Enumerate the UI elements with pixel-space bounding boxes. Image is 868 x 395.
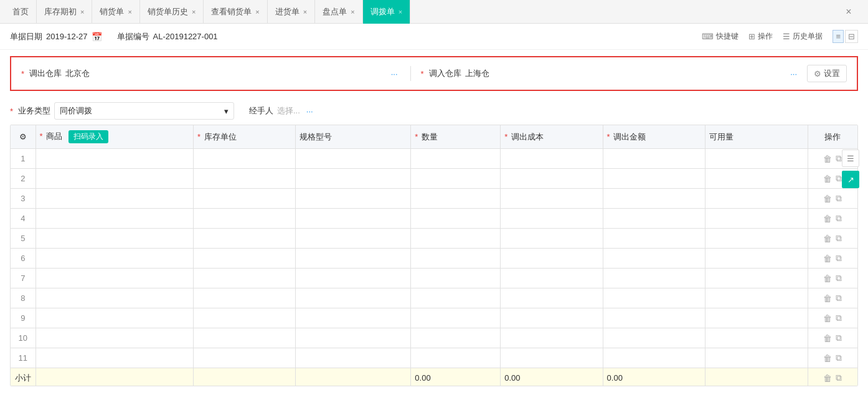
copy-row-icon[interactable]: ⧉ xyxy=(836,173,842,184)
cell-col-amount[interactable] xyxy=(603,189,705,209)
tab-transfer[interactable]: 调拨单 × xyxy=(363,0,410,24)
cell-col-cost[interactable] xyxy=(501,328,603,348)
business-type-select[interactable]: 同价调拨 ▾ xyxy=(54,102,234,120)
cell-col-unit[interactable] xyxy=(193,229,295,249)
cell-col-product[interactable] xyxy=(35,328,193,348)
copy-row-icon[interactable]: ⧉ xyxy=(836,353,842,363)
cell-col-qty[interactable] xyxy=(411,249,501,269)
tab-view-sales[interactable]: 查看销货单 × xyxy=(204,0,267,24)
cell-col-amount[interactable] xyxy=(603,249,705,269)
view-grid-btn[interactable]: ⊟ xyxy=(845,30,858,43)
cell-col-product[interactable] xyxy=(35,249,193,269)
cell-col-qty[interactable] xyxy=(411,169,501,189)
cell-col-cost[interactable] xyxy=(501,269,603,288)
settings-table-icon[interactable]: ⚙ xyxy=(19,132,27,141)
cell-col-avail[interactable] xyxy=(705,308,808,328)
subtotal-copy-icon[interactable]: ⧉ xyxy=(836,373,842,383)
cell-col-spec[interactable] xyxy=(296,149,411,169)
cell-col-avail[interactable] xyxy=(705,249,808,269)
cell-col-spec[interactable] xyxy=(296,308,411,328)
cell-col-product[interactable] xyxy=(35,209,193,229)
delete-row-icon[interactable]: 🗑 xyxy=(823,154,832,164)
delete-row-icon[interactable]: 🗑 xyxy=(823,353,832,363)
cell-col-spec[interactable] xyxy=(296,249,411,269)
cell-col-spec[interactable] xyxy=(296,189,411,209)
cell-col-spec[interactable] xyxy=(296,328,411,348)
copy-row-icon[interactable]: ⧉ xyxy=(836,313,842,323)
cell-col-cost[interactable] xyxy=(501,189,603,209)
cell-col-product[interactable] xyxy=(35,288,193,308)
cell-col-spec[interactable] xyxy=(296,229,411,249)
cell-col-cost[interactable] xyxy=(501,348,603,368)
cell-col-avail[interactable] xyxy=(705,328,808,348)
close-inventory[interactable]: × xyxy=(351,8,354,16)
tab-initial-inventory[interactable]: 库存期初 × xyxy=(37,0,92,24)
copy-row-icon[interactable]: ⧉ xyxy=(836,273,842,283)
cell-col-product[interactable] xyxy=(35,269,193,288)
cell-col-amount[interactable] xyxy=(603,169,705,189)
cell-col-spec[interactable] xyxy=(296,288,411,308)
cell-col-product[interactable] xyxy=(35,169,193,189)
copy-row-icon[interactable]: ⧉ xyxy=(836,253,842,264)
settings-button[interactable]: ⚙ 设置 xyxy=(807,65,847,82)
cell-col-qty[interactable] xyxy=(411,149,501,169)
cell-col-spec[interactable] xyxy=(296,169,411,189)
cell-col-product[interactable] xyxy=(35,348,193,368)
close-initial-inventory[interactable]: × xyxy=(80,8,84,16)
cell-col-cost[interactable] xyxy=(501,308,603,328)
delete-row-icon[interactable]: 🗑 xyxy=(823,214,832,224)
delete-row-icon[interactable]: 🗑 xyxy=(823,234,832,244)
tab-inventory[interactable]: 盘点单 × xyxy=(315,0,362,24)
delete-row-icon[interactable]: 🗑 xyxy=(823,293,832,303)
cell-col-avail[interactable] xyxy=(705,348,808,368)
tab-sales-history[interactable]: 销货单历史 × xyxy=(140,0,204,24)
tab-sales-order[interactable]: 销货单 × xyxy=(92,0,139,24)
tab-home[interactable]: 首页 xyxy=(5,0,37,24)
cell-col-product[interactable] xyxy=(35,229,193,249)
cell-col-qty[interactable] xyxy=(411,189,501,209)
cell-col-amount[interactable] xyxy=(603,288,705,308)
cell-col-spec[interactable] xyxy=(296,209,411,229)
handler-select[interactable]: 选择... xyxy=(277,105,300,117)
delete-row-icon[interactable]: 🗑 xyxy=(823,174,832,184)
shortcut-action[interactable]: ⌨ 快捷键 xyxy=(702,31,738,42)
cell-col-qty[interactable] xyxy=(411,328,501,348)
cell-col-unit[interactable] xyxy=(193,149,295,169)
cell-col-qty[interactable] xyxy=(411,229,501,249)
tab-purchase-order[interactable]: 进货单 × xyxy=(268,0,315,24)
cell-col-amount[interactable] xyxy=(603,269,705,288)
in-warehouse-more-btn[interactable]: ··· xyxy=(788,69,800,79)
cell-col-spec[interactable] xyxy=(296,269,411,288)
cell-col-avail[interactable] xyxy=(705,229,808,249)
cell-col-amount[interactable] xyxy=(603,149,705,169)
cell-col-unit[interactable] xyxy=(193,308,295,328)
cell-col-unit[interactable] xyxy=(193,189,295,209)
cell-col-product[interactable] xyxy=(35,308,193,328)
cell-col-avail[interactable] xyxy=(705,169,808,189)
cell-col-qty[interactable] xyxy=(411,288,501,308)
cell-col-qty[interactable] xyxy=(411,269,501,288)
cell-col-amount[interactable] xyxy=(603,328,705,348)
cell-col-avail[interactable] xyxy=(705,288,808,308)
cell-col-qty[interactable] xyxy=(411,348,501,368)
close-sales-history[interactable]: × xyxy=(192,8,196,16)
cell-col-spec[interactable] xyxy=(296,348,411,368)
cell-col-unit[interactable] xyxy=(193,288,295,308)
delete-row-icon[interactable]: 🗑 xyxy=(823,313,832,323)
cell-col-product[interactable] xyxy=(35,189,193,209)
cell-col-cost[interactable] xyxy=(501,149,603,169)
cell-col-amount[interactable] xyxy=(603,229,705,249)
cell-col-unit[interactable] xyxy=(193,348,295,368)
cell-col-cost[interactable] xyxy=(501,249,603,269)
scan-input-btn[interactable]: 扫码录入 xyxy=(68,130,108,143)
delete-row-icon[interactable]: 🗑 xyxy=(823,333,832,343)
close-sales-order[interactable]: × xyxy=(128,8,131,16)
cell-col-cost[interactable] xyxy=(501,229,603,249)
cell-col-unit[interactable] xyxy=(193,209,295,229)
calendar-icon[interactable]: 📅 xyxy=(92,32,102,42)
cell-col-unit[interactable] xyxy=(193,169,295,189)
cell-col-qty[interactable] xyxy=(411,209,501,229)
close-view-sales[interactable]: × xyxy=(255,8,259,16)
cell-col-cost[interactable] xyxy=(501,288,603,308)
cell-col-avail[interactable] xyxy=(705,149,808,169)
